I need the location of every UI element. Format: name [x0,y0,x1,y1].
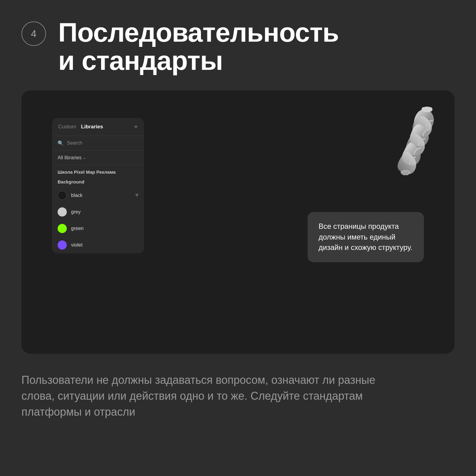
search-icon: 🔍 [58,140,64,146]
page-title: Последовательность и стандарты [58,18,339,75]
color-name-violet: violet [71,242,82,248]
all-libraries-label: All libraries [58,155,81,161]
color-name-grey: grey [71,209,81,215]
color-swatch-grey [58,207,67,217]
section-label-row: Background [52,177,144,187]
color-name-black: black [71,193,82,198]
footer-text: Пользователи не должны задаваться вопрос… [21,372,389,420]
main-card: Custom Libraries + 🔍 Search All librarie… [21,90,455,354]
step-number: 4 [31,28,36,40]
search-row[interactable]: 🔍 Search [52,136,144,151]
color-item-black[interactable]: black ⧩ [52,187,144,204]
page-wrapper: 4 Последовательность и стандарты [0,0,476,476]
svg-rect-3 [422,107,432,111]
speech-bubble: Все страницы продукта должны иметь едины… [308,212,424,262]
color-item-violet[interactable]: violet [52,237,144,253]
panel-tabs: Custom Libraries + [52,118,144,136]
speech-bubble-text: Все страницы продукта должны иметь едины… [319,222,412,252]
tab-custom[interactable]: Custom [58,124,76,130]
chevron-down-icon: ⌄ [83,155,86,160]
color-item-grey[interactable]: grey [52,204,144,220]
all-libraries-row[interactable]: All libraries ⌄ [52,151,144,165]
tab-libraries[interactable]: Libraries [81,124,103,130]
search-input[interactable]: Search [67,140,82,146]
libraries-panel: Custom Libraries + 🔍 Search All librarie… [52,118,144,253]
color-swatch-green [58,224,67,233]
color-swatch-black [58,191,67,200]
spiral-decoration [366,100,445,185]
library-name: Школа Pixel Map Реклама [58,169,115,175]
color-item-green[interactable]: green [52,220,144,237]
color-swatch-violet [58,240,67,250]
step-badge: 4 [21,21,46,46]
library-name-row: Школа Pixel Map Реклама [52,165,144,177]
adjust-icon[interactable]: ⧩ [135,193,138,198]
color-name-green: green [71,226,84,231]
header-section: 4 Последовательность и стандарты [21,18,455,75]
svg-rect-1 [402,172,409,175]
add-library-button[interactable]: + [134,123,138,130]
section-label: Background [58,179,85,184]
